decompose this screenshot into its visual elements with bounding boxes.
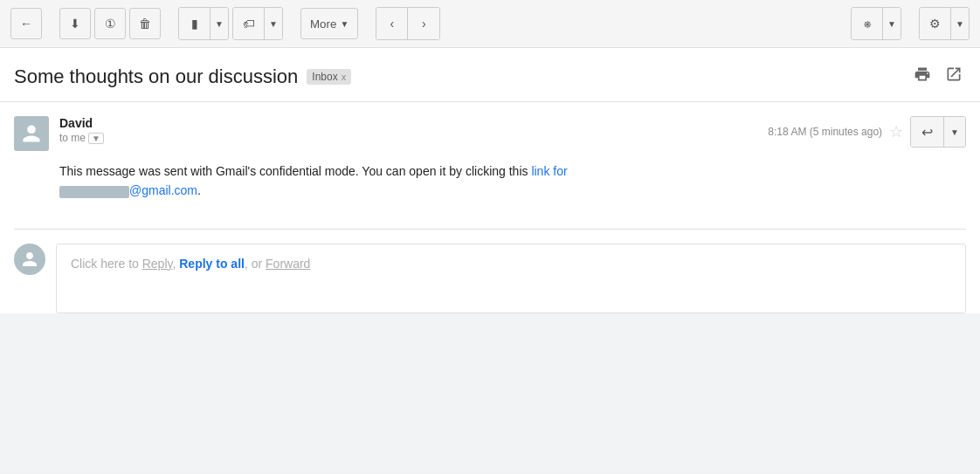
timestamp: 8:18 AM (5 minutes ago) — [768, 126, 882, 138]
header-right-icons — [910, 62, 966, 91]
folder-dropdown-button[interactable]: ▼ — [210, 8, 228, 39]
more-chevron-icon: ▼ — [340, 19, 349, 29]
prev-email-button[interactable]: ‹ — [376, 8, 408, 39]
main-toolbar: ← ⬇ ① 🗑 ▮ ▼ 🏷 ▼ More ▼ ‹ — [0, 0, 980, 48]
reply-button[interactable]: ↩ — [911, 117, 943, 147]
keyboard-group: ⎈ ▼ — [851, 7, 901, 40]
label-icon: 🏷 — [243, 17, 255, 31]
person-icon — [21, 123, 42, 144]
email-container: Some thoughts on our discussion Inbox x … — [0, 48, 980, 313]
sender-avatar — [14, 116, 49, 151]
reply-chevron-icon: ▼ — [950, 127, 959, 137]
reply-options-button[interactable]: ▼ — [943, 117, 965, 147]
redacted-email — [59, 186, 129, 198]
to-me-row: to me ▼ — [59, 132, 757, 144]
confidential-link[interactable]: link for — [531, 164, 567, 178]
chevron-down-icon-2: ▼ — [269, 19, 278, 29]
reply-person-icon — [21, 251, 38, 268]
message-card: David to me ▼ 8:18 AM (5 minutes ago) ☆ … — [0, 102, 980, 215]
label-dropdown-button[interactable]: ▼ — [265, 8, 282, 39]
back-icon: ← — [20, 17, 32, 31]
folder-group: ▮ ▼ — [178, 7, 229, 40]
reply-group: ↩ ▼ — [910, 116, 966, 148]
archive-icon: ⬇ — [70, 17, 80, 31]
chevron-down-icon-4: ▼ — [956, 19, 964, 29]
inbox-label-badge: Inbox x — [307, 69, 351, 85]
inbox-label-text: Inbox — [312, 71, 337, 83]
expand-button[interactable] — [942, 62, 966, 91]
archive-button[interactable]: ⬇ — [59, 8, 91, 39]
reply-prompt-prefix: Click here to — [71, 257, 142, 271]
reply-avatar — [14, 244, 45, 275]
reply-box[interactable]: Click here to Reply, Reply to all, or Fo… — [56, 244, 966, 313]
prev-icon: ‹ — [390, 17, 394, 31]
recipients-dropdown-button[interactable]: ▼ — [88, 133, 104, 144]
sender-name: David — [59, 116, 757, 130]
chevron-down-icon-3: ▼ — [887, 19, 896, 29]
reply-link[interactable]: Reply — [142, 257, 173, 271]
more-button[interactable]: More ▼ — [300, 8, 358, 39]
settings-button[interactable]: ⚙ — [920, 8, 951, 39]
body-prefix: This message was sent with Gmail's confi… — [59, 164, 531, 178]
label-group: 🏷 ▼ — [232, 7, 283, 40]
sender-row: David to me ▼ 8:18 AM (5 minutes ago) ☆ … — [14, 116, 966, 151]
keyboard-icon: ⎈ — [864, 17, 871, 31]
star-button[interactable]: ☆ — [889, 122, 903, 141]
folder-icon: ▮ — [191, 17, 198, 31]
trash-icon: 🗑 — [139, 17, 151, 31]
keyboard-button[interactable]: ⎈ — [852, 8, 883, 39]
next-email-button[interactable]: › — [408, 8, 439, 39]
settings-dropdown-button[interactable]: ▼ — [951, 8, 969, 39]
sender-meta: 8:18 AM (5 minutes ago) ☆ ↩ ▼ — [768, 116, 966, 148]
or-text: , or — [245, 257, 266, 271]
to-me-text: to me — [59, 132, 86, 144]
reply-icon: ↩ — [921, 124, 933, 141]
reply-area: Click here to Reply, Reply to all, or Fo… — [14, 229, 966, 313]
label-button[interactable]: 🏷 — [233, 8, 265, 39]
body-period: . — [197, 183, 201, 197]
next-icon: › — [422, 17, 426, 31]
keyboard-dropdown-button[interactable]: ▼ — [883, 8, 901, 39]
message-body: This message was sent with Gmail's confi… — [59, 161, 966, 201]
nav-group: ‹ › — [376, 7, 440, 40]
more-label: More — [310, 17, 336, 31]
gear-icon: ⚙ — [929, 17, 941, 31]
back-button[interactable]: ← — [10, 8, 42, 39]
spam-button[interactable]: ① — [94, 8, 126, 39]
gmail-link[interactable]: @gmail.com — [129, 183, 197, 197]
spam-icon: ① — [105, 17, 116, 31]
remove-label-button[interactable]: x — [342, 72, 347, 82]
print-button[interactable] — [910, 62, 935, 91]
move-to-button[interactable]: ▮ — [179, 8, 210, 39]
chevron-down-icon: ▼ — [215, 19, 224, 29]
sender-info: David to me ▼ — [59, 116, 757, 144]
delete-button[interactable]: 🗑 — [129, 8, 161, 39]
email-subject: Some thoughts on our discussion — [14, 65, 298, 88]
reply-all-link[interactable]: Reply to all — [179, 257, 245, 271]
settings-group: ⚙ ▼ — [919, 7, 970, 40]
email-header: Some thoughts on our discussion Inbox x — [0, 48, 980, 102]
forward-link[interactable]: Forward — [266, 257, 310, 271]
